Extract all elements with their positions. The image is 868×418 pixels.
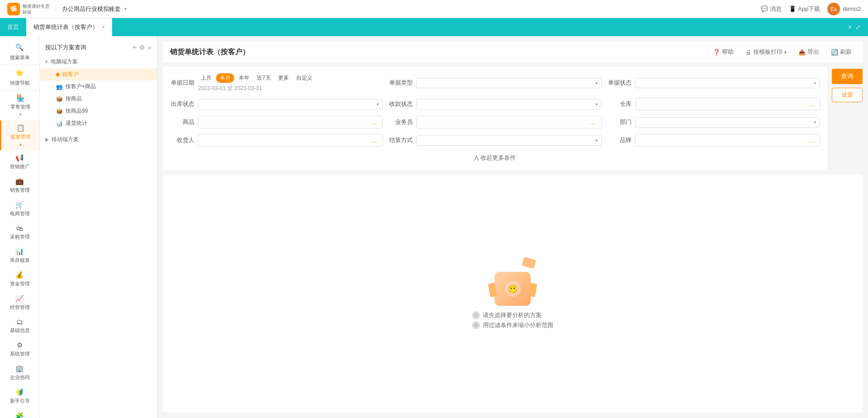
scheme-settings-btn[interactable]: ⚙ <box>139 44 145 51</box>
mobile-toggle[interactable]: ▶ <box>45 137 49 142</box>
scheme-by-goods99[interactable]: 📦 按商品99 <box>40 105 157 117</box>
recipient-label: 收货人 <box>170 136 194 144</box>
scheme-return-stats[interactable]: 📊 退货统计 <box>40 117 157 129</box>
window-maximize-icon[interactable]: ⤢ <box>855 24 861 31</box>
sidebar-item-operations[interactable]: 📈 经营管理 <box>0 291 39 314</box>
scheme-by-customer[interactable]: 按客户 <box>40 68 157 81</box>
refresh-btn[interactable]: 🔄 刷新 <box>827 46 855 58</box>
sidebar-item-basic[interactable]: 🗂 基础信息 <box>0 314 39 337</box>
wholesale-arrow: ▴ <box>19 142 22 147</box>
window-close-icon[interactable]: × <box>848 24 852 31</box>
date-tab-this-year[interactable]: 本年 <box>236 73 252 83</box>
tab-bar: 首页 销货单统计表（按客户） × × ⤢ <box>0 18 868 36</box>
receipt-status-select[interactable]: ▾ <box>416 99 601 109</box>
date-tab-last-month[interactable]: 上月 <box>198 73 214 83</box>
settlement-select[interactable]: ▾ <box>416 135 601 146</box>
order-type-select[interactable]: ▾ <box>416 78 601 88</box>
date-range-value: 2023-03-01 至 2023-03-31 <box>198 85 383 92</box>
tab-active[interactable]: 销货单统计表（按客户） × <box>26 18 112 36</box>
dept-select[interactable]: ▾ <box>635 117 820 128</box>
filter-dept: 部门 ▾ <box>607 116 820 128</box>
recipient-dots[interactable]: … <box>369 137 379 144</box>
enterprise-icon: 🏢 <box>15 365 24 373</box>
goods-label: 商品 <box>170 118 194 126</box>
order-status-select[interactable]: ▾ <box>635 78 820 88</box>
tab-close-btn[interactable]: × <box>102 24 105 30</box>
sidebar-item-inventory[interactable]: 📊 库存核算 <box>0 244 39 267</box>
left-panel: 按以下方案查询 + ⚙ « ▾ 电脑端方案 按客户 👥 按客户+商品 <box>40 36 157 418</box>
filter-warehouse: 仓库 … <box>607 98 820 110</box>
sidebar-item-purchase[interactable]: 🛍 采购管理 <box>0 221 39 244</box>
sidebar-item-marketing[interactable]: 📢 营销推广 <box>0 150 39 174</box>
tab-home[interactable]: 首页 <box>0 18 26 36</box>
warehouse-select[interactable]: … <box>635 98 820 110</box>
help-btn[interactable]: ❓ 帮助 <box>709 46 737 58</box>
export-btn[interactable]: 📤 导出 <box>795 46 823 58</box>
settings-btn[interactable]: 设置 <box>832 88 863 102</box>
sidebar-item-sales[interactable]: 💼 销售管理 <box>0 174 39 197</box>
scheme-by-goods[interactable]: 📦 按商品 <box>40 93 157 105</box>
desktop-section: ▾ 电脑端方案 <box>40 55 157 68</box>
search-menu-btn[interactable]: 🔍 搜索菜单 <box>0 40 39 65</box>
sidebar-item-finance[interactable]: 💰 资金管理 <box>0 267 39 291</box>
sidebar-item-retail[interactable]: 🏪 零售管理 ▾ <box>0 90 39 120</box>
settlement-arrow: ▾ <box>595 138 598 143</box>
date-tab-custom[interactable]: 自定义 <box>293 73 315 83</box>
marketing-icon: 📢 <box>15 154 24 162</box>
sidebar-item-guide[interactable]: 🔰 新手引导 <box>0 385 39 408</box>
staff-select[interactable]: … <box>416 116 601 128</box>
finance-label: 资金管理 <box>10 280 30 287</box>
scheme-by-customer-goods[interactable]: 👥 按客户+商品 <box>40 81 157 93</box>
user-area[interactable]: Ea demo2 <box>827 3 861 15</box>
section-toggle[interactable]: ▾ <box>45 59 48 65</box>
sidebar-item-enterprise[interactable]: 🏢 企业协同 <box>0 361 39 385</box>
filter-row-1: 单据日期 上月 本月 本年 近7天 更多 自定义 20 <box>170 73 820 92</box>
by-goods-icon: 📦 <box>56 96 63 102</box>
app-title-dropdown[interactable]: ▾ <box>124 6 127 11</box>
brand-dots[interactable]: … <box>806 137 816 144</box>
sidebar-item-apps[interactable]: 🧩 应用中心 <box>0 408 39 418</box>
template-print-btn[interactable]: 🖨 按模板打印 ▾ <box>742 46 790 58</box>
print-dropdown-icon: ▾ <box>784 50 787 55</box>
goods-select[interactable]: … <box>198 116 383 128</box>
staff-dots[interactable]: … <box>588 119 598 126</box>
logo-area: 畅 畅捷通好生意标版 <box>7 3 50 15</box>
message-btn[interactable]: 💬 消息 <box>761 5 782 13</box>
date-tab-more[interactable]: 更多 <box>275 73 292 83</box>
date-tab-this-month[interactable]: 本月 <box>216 73 234 83</box>
finance-icon: 💰 <box>15 271 24 279</box>
search-menu-label: 搜索菜单 <box>10 54 30 61</box>
query-btn[interactable]: 查询 <box>832 69 863 84</box>
warehouse-dots[interactable]: … <box>806 100 816 108</box>
mobile-section-label: 移动端方案 <box>52 136 79 143</box>
guide-label: 新手引导 <box>10 398 30 404</box>
quick-nav-btn[interactable]: ⭐ 快捷导航 <box>0 65 39 90</box>
content-area: 按以下方案查询 + ⚙ « ▾ 电脑端方案 按客户 👥 按客户+商品 <box>40 36 868 418</box>
panel-collapse-btn[interactable]: « <box>148 44 151 51</box>
out-status-select[interactable]: ▾ <box>198 99 383 109</box>
collapse-btn[interactable]: ⋀ 收起更多条件 <box>469 152 521 164</box>
goods-dots[interactable]: … <box>369 119 379 126</box>
return-icon: 📊 <box>56 120 63 127</box>
brand-select[interactable]: … <box>635 134 820 147</box>
apps-icon: 🧩 <box>15 412 24 418</box>
by-cg-icon: 👥 <box>56 84 63 90</box>
filter-recipient: 收货人 … <box>170 134 383 147</box>
placeholder-illustration: 😶 <box>486 256 540 306</box>
box-body: 😶 <box>495 272 531 306</box>
date-tab-7days[interactable]: 近7天 <box>254 73 274 83</box>
step1-badge: ① <box>472 311 480 319</box>
sidebar-item-ecommerce[interactable]: 🛒 电商管理 <box>0 197 39 221</box>
enterprise-label: 企业协同 <box>10 374 30 381</box>
sidebar-item-wholesale[interactable]: 📋 批发管理 ▴ <box>0 120 39 150</box>
retail-label: 零售管理 <box>10 104 30 110</box>
sidebar-item-system[interactable]: ⚙ 系统管理 <box>0 337 39 361</box>
message-label: 消息 <box>770 5 782 13</box>
app-download-btn[interactable]: 📱 App下载 <box>789 5 820 13</box>
retail-arrow: ▾ <box>19 112 22 117</box>
add-scheme-btn[interactable]: + <box>132 43 137 52</box>
app-title: 办公用品行业模拟账套 <box>62 5 121 13</box>
ecommerce-label: 电商管理 <box>10 210 30 217</box>
page-title: 销货单统计表（按客户） <box>170 48 250 57</box>
recipient-select[interactable]: … <box>198 134 383 147</box>
